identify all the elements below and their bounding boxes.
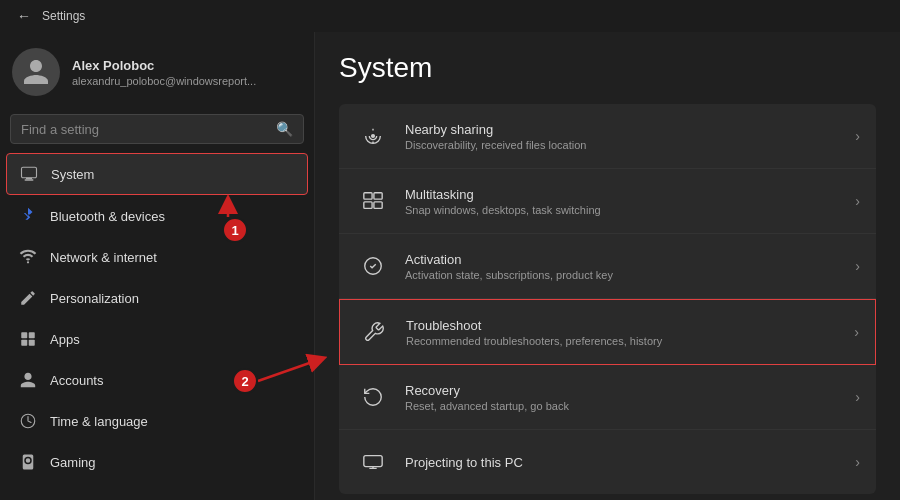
settings-item-multitasking[interactable]: MultitaskingSnap windows, desktops, task… bbox=[339, 169, 876, 234]
svg-rect-2 bbox=[26, 178, 32, 180]
user-profile: Alex Poloboc alexandru_poloboc@windowsre… bbox=[0, 32, 314, 110]
multitasking-title: Multitasking bbox=[405, 187, 847, 202]
titlebar: ← Settings bbox=[0, 0, 900, 32]
search-icon: 🔍 bbox=[276, 121, 293, 137]
sidebar-item-time-label: Time & language bbox=[50, 414, 148, 429]
gaming-icon bbox=[18, 452, 38, 472]
sidebar-item-bluetooth-label: Bluetooth & devices bbox=[50, 209, 165, 224]
sidebar-item-network-label: Network & internet bbox=[50, 250, 157, 265]
projecting-chevron-icon: › bbox=[855, 454, 860, 470]
settings-item-projecting[interactable]: Projecting to this PC› bbox=[339, 430, 876, 494]
projecting-text: Projecting to this PC bbox=[405, 455, 847, 470]
right-panel: System Nearby sharingDiscoverability, re… bbox=[315, 32, 900, 500]
activation-text: ActivationActivation state, subscription… bbox=[405, 252, 847, 281]
sidebar-item-accounts[interactable]: Accounts bbox=[6, 360, 308, 400]
svg-rect-5 bbox=[21, 332, 27, 338]
settings-item-activation[interactable]: ActivationActivation state, subscription… bbox=[339, 234, 876, 299]
user-info: Alex Poloboc alexandru_poloboc@windowsre… bbox=[72, 58, 256, 87]
sidebar-item-apps[interactable]: Apps bbox=[6, 319, 308, 359]
activation-title: Activation bbox=[405, 252, 847, 267]
time-icon bbox=[18, 411, 38, 431]
multitasking-icon bbox=[355, 183, 391, 219]
multitasking-desc: Snap windows, desktops, task switching bbox=[405, 204, 847, 216]
page-title: System bbox=[339, 52, 876, 84]
recovery-chevron-icon: › bbox=[855, 389, 860, 405]
nearby-sharing-chevron-icon: › bbox=[855, 128, 860, 144]
troubleshoot-text: TroubleshootRecommended troubleshooters,… bbox=[406, 318, 846, 347]
sidebar-item-gaming-label: Gaming bbox=[50, 455, 96, 470]
multitasking-chevron-icon: › bbox=[855, 193, 860, 209]
svg-rect-13 bbox=[364, 202, 372, 208]
sidebar: Alex Poloboc alexandru_poloboc@windowsre… bbox=[0, 32, 315, 500]
back-button[interactable]: ← bbox=[12, 4, 36, 28]
nearby-sharing-title: Nearby sharing bbox=[405, 122, 847, 137]
avatar bbox=[12, 48, 60, 96]
sidebar-item-bluetooth[interactable]: Bluetooth & devices bbox=[6, 196, 308, 236]
svg-rect-6 bbox=[29, 332, 35, 338]
search-box[interactable]: 🔍 bbox=[10, 114, 304, 144]
sidebar-item-gaming[interactable]: Gaming bbox=[6, 442, 308, 482]
sidebar-item-time[interactable]: Time & language bbox=[6, 401, 308, 441]
user-avatar-icon bbox=[21, 57, 51, 87]
recovery-title: Recovery bbox=[405, 383, 847, 398]
accounts-icon bbox=[18, 370, 38, 390]
settings-item-recovery[interactable]: RecoveryReset, advanced startup, go back… bbox=[339, 365, 876, 430]
user-email: alexandru_poloboc@windowsreport... bbox=[72, 75, 256, 87]
svg-rect-8 bbox=[29, 340, 35, 346]
apps-icon bbox=[18, 329, 38, 349]
titlebar-title: Settings bbox=[42, 9, 85, 23]
troubleshoot-chevron-icon: › bbox=[854, 324, 859, 340]
sidebar-item-personalization[interactable]: Personalization bbox=[6, 278, 308, 318]
svg-rect-12 bbox=[374, 193, 382, 199]
settings-list: Nearby sharingDiscoverability, received … bbox=[339, 104, 876, 494]
svg-rect-14 bbox=[374, 202, 382, 208]
troubleshoot-desc: Recommended troubleshooters, preferences… bbox=[406, 335, 846, 347]
activation-icon bbox=[355, 248, 391, 284]
svg-point-10 bbox=[372, 135, 375, 138]
multitasking-text: MultitaskingSnap windows, desktops, task… bbox=[405, 187, 847, 216]
settings-item-troubleshoot[interactable]: TroubleshootRecommended troubleshooters,… bbox=[339, 299, 876, 365]
recovery-text: RecoveryReset, advanced startup, go back bbox=[405, 383, 847, 412]
projecting-icon bbox=[355, 444, 391, 480]
svg-rect-7 bbox=[21, 340, 27, 346]
projecting-title: Projecting to this PC bbox=[405, 455, 847, 470]
personalization-icon bbox=[18, 288, 38, 308]
bluetooth-icon bbox=[18, 206, 38, 226]
svg-rect-16 bbox=[364, 456, 382, 467]
sidebar-item-system[interactable]: System bbox=[6, 153, 308, 195]
main-layout: Alex Poloboc alexandru_poloboc@windowsre… bbox=[0, 32, 900, 500]
sidebar-item-accounts-label: Accounts bbox=[50, 373, 103, 388]
svg-rect-1 bbox=[22, 167, 37, 178]
nearby-sharing-desc: Discoverability, received files location bbox=[405, 139, 847, 151]
search-container: 🔍 bbox=[0, 110, 314, 152]
annotation-badge-2: 2 bbox=[232, 368, 258, 394]
user-name: Alex Poloboc bbox=[72, 58, 256, 73]
network-icon bbox=[18, 247, 38, 267]
svg-point-4 bbox=[27, 261, 29, 263]
settings-item-nearby-sharing[interactable]: Nearby sharingDiscoverability, received … bbox=[339, 104, 876, 169]
svg-rect-11 bbox=[364, 193, 372, 199]
recovery-desc: Reset, advanced startup, go back bbox=[405, 400, 847, 412]
sidebar-item-network[interactable]: Network & internet bbox=[6, 237, 308, 277]
sidebar-item-apps-label: Apps bbox=[50, 332, 80, 347]
recovery-icon bbox=[355, 379, 391, 415]
sidebar-item-system-label: System bbox=[51, 167, 94, 182]
system-icon bbox=[19, 164, 39, 184]
activation-chevron-icon: › bbox=[855, 258, 860, 274]
nav-list: SystemBluetooth & devicesNetwork & inter… bbox=[0, 152, 314, 483]
annotation-badge-1: 1 bbox=[222, 217, 248, 243]
sidebar-item-personalization-label: Personalization bbox=[50, 291, 139, 306]
nearby-sharing-icon bbox=[355, 118, 391, 154]
troubleshoot-icon bbox=[356, 314, 392, 350]
svg-rect-3 bbox=[25, 179, 34, 181]
troubleshoot-title: Troubleshoot bbox=[406, 318, 846, 333]
activation-desc: Activation state, subscriptions, product… bbox=[405, 269, 847, 281]
search-input[interactable] bbox=[21, 122, 268, 137]
nearby-sharing-text: Nearby sharingDiscoverability, received … bbox=[405, 122, 847, 151]
